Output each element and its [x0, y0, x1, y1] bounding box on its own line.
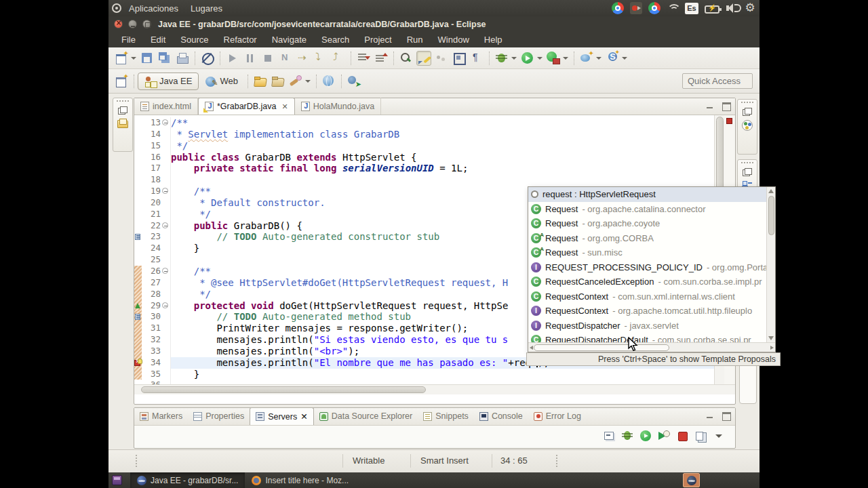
- quick-access-input[interactable]: [682, 73, 753, 89]
- new-service-button[interactable]: [605, 51, 620, 66]
- chrome-icon[interactable]: [612, 2, 624, 14]
- completion-item[interactable]: CRequest - org.apache.coyote: [528, 216, 766, 231]
- bottom-tab-markers[interactable]: Markers: [134, 407, 188, 425]
- taskbar-item[interactable]: Java EE - grabarDB/sr...: [130, 472, 245, 488]
- restore-view-icon[interactable]: [118, 106, 127, 115]
- popup-vertical-scrollbar[interactable]: [766, 187, 775, 342]
- window-minimize-button[interactable]: [128, 20, 137, 28]
- scroll-up-arrow-icon[interactable]: [768, 189, 774, 193]
- fold-collapse-icon[interactable]: [162, 222, 168, 228]
- taskbar-tray-app[interactable]: [683, 473, 700, 487]
- completion-item[interactable]: CRequest - sun.misc: [528, 245, 766, 260]
- overview-error-marker[interactable]: [726, 118, 732, 124]
- completion-item[interactable]: CRequest - org.omg.CORBA: [528, 231, 766, 246]
- chrome-icon[interactable]: [648, 2, 660, 14]
- completion-item[interactable]: CRequestCanceledException - com.sun.corb…: [528, 274, 766, 289]
- debug-server-button[interactable]: [621, 430, 634, 443]
- publish-server-button[interactable]: [694, 430, 707, 443]
- collapse-all-button[interactable]: [603, 430, 616, 443]
- new-server-button[interactable]: [579, 51, 594, 66]
- completion-item[interactable]: IREQUEST_PROCESSING_POLICY_ID - org.omg.…: [528, 260, 766, 275]
- code-line-13[interactable]: 13/**: [134, 117, 735, 129]
- code-text[interactable]: public class GrabarDB extends HttpServle…: [171, 152, 735, 163]
- battery-icon[interactable]: [705, 5, 719, 14]
- bottom-tab-snippets[interactable]: Snippets: [418, 407, 474, 425]
- code-text[interactable]: }: [171, 369, 735, 380]
- perspective-java-ee[interactable]: Java EE: [138, 73, 199, 90]
- menu-window[interactable]: Window: [431, 33, 477, 46]
- highlight-brush-button[interactable]: [288, 74, 303, 89]
- content-assist-list[interactable]: request : HttpServletRequestCRequest - o…: [528, 187, 775, 342]
- error-quickfix-icon[interactable]: [134, 360, 140, 366]
- popup-horizontal-scrollbar-thumb[interactable]: [534, 344, 669, 351]
- profile-server-button[interactable]: [658, 430, 671, 443]
- bottom-tab-error-log[interactable]: Error Log: [528, 407, 587, 425]
- menu-source[interactable]: Source: [173, 33, 216, 46]
- code-line-14[interactable]: 14 * Servlet implementation class Grabar…: [134, 129, 735, 140]
- debug-dropdown[interactable]: [511, 51, 517, 66]
- menu-file[interactable]: File: [114, 33, 143, 46]
- popup-horizontal-scrollbar[interactable]: [528, 342, 775, 352]
- highlight-brush-dropdown[interactable]: [304, 74, 311, 89]
- completion-item[interactable]: CRequest - org.apache.catalina.connector: [528, 202, 766, 217]
- ubuntu-menu-aplicaciones[interactable]: Aplicaciones: [124, 2, 183, 15]
- next-annotation-button[interactable]: [356, 51, 371, 66]
- code-line-35[interactable]: 35 }: [134, 369, 735, 380]
- fold-collapse-icon[interactable]: [162, 188, 168, 194]
- code-text[interactable]: */: [171, 140, 735, 152]
- new-service-dropdown[interactable]: [621, 51, 628, 66]
- web-browser-button[interactable]: [321, 74, 336, 89]
- menu-help[interactable]: Help: [477, 33, 510, 46]
- code-text[interactable]: * Servlet implementation class GrabarDB: [171, 129, 735, 140]
- menu-edit[interactable]: Edit: [143, 33, 173, 46]
- volume-icon[interactable]: [726, 2, 738, 14]
- scroll-left-arrow-icon[interactable]: [530, 346, 533, 350]
- print-button[interactable]: [175, 51, 190, 66]
- code-text[interactable]: private static final long serialVersionU…: [171, 163, 735, 174]
- code-text[interactable]: /**: [171, 117, 735, 129]
- show-whitespace-button[interactable]: [469, 51, 484, 66]
- minimize-panel-icon[interactable]: [705, 411, 715, 420]
- run-dropdown[interactable]: [536, 51, 543, 66]
- completion-item[interactable]: CRequestDispatcherDefault - com.sun.corb…: [528, 333, 766, 342]
- new-wizard-button[interactable]: [114, 51, 129, 66]
- completion-item[interactable]: request : HttpServletRequest: [528, 187, 766, 202]
- editor-tab--grabardb-java[interactable]: *GrabarDB.java✕: [198, 98, 295, 115]
- editor-tab-index-html[interactable]: index.html: [134, 98, 198, 115]
- editor-horizontal-scrollbar[interactable]: [134, 384, 735, 394]
- completion-item[interactable]: IRequestContext - org.apache.tomcat.util…: [528, 304, 766, 319]
- fold-collapse-icon[interactable]: [162, 119, 168, 125]
- menu-project[interactable]: Project: [357, 33, 399, 46]
- fold-collapse-icon[interactable]: [162, 268, 168, 274]
- maximize-editor-icon[interactable]: [722, 102, 731, 110]
- view-menu-button[interactable]: [713, 430, 726, 443]
- menu-run[interactable]: Run: [399, 33, 431, 46]
- skip-breakpoints-button[interactable]: [200, 51, 215, 66]
- bottom-tab-console[interactable]: Console: [474, 407, 528, 425]
- settings-gear-icon[interactable]: ⚙: [744, 2, 756, 14]
- block-selection-button[interactable]: [452, 51, 467, 66]
- previous-annotation-button[interactable]: [374, 51, 389, 66]
- editor-horizontal-scrollbar-thumb[interactable]: [141, 386, 426, 393]
- run-button[interactable]: [520, 51, 535, 66]
- code-line-16[interactable]: 16public class GrabarDB extends HttpServ…: [134, 152, 735, 163]
- save-button[interactable]: [140, 51, 155, 66]
- bottom-tab-data-source-explorer[interactable]: Data Source Explorer: [314, 407, 418, 425]
- code-line-18[interactable]: 18: [134, 174, 735, 186]
- launch-client-button[interactable]: [347, 74, 361, 89]
- new-server-dropdown[interactable]: [595, 51, 602, 66]
- scroll-right-arrow-icon[interactable]: [770, 346, 774, 350]
- palette-view-icon[interactable]: [742, 120, 753, 131]
- last-edit-location-button[interactable]: [399, 51, 414, 66]
- editor-tab-holamundo-java[interactable]: HolaMundo.java: [295, 98, 381, 115]
- import-folder-button[interactable]: [271, 74, 285, 89]
- new-wizard-dropdown[interactable]: [130, 51, 137, 66]
- minimize-editor-icon[interactable]: [705, 102, 715, 110]
- close-tab-icon[interactable]: ✕: [282, 102, 288, 111]
- fold-collapse-icon[interactable]: [162, 302, 168, 308]
- bottom-tab-properties[interactable]: Properties: [188, 407, 250, 425]
- completion-item[interactable]: IRequestDispatcher - javax.servlet: [528, 319, 766, 333]
- restore-view-icon[interactable]: [743, 168, 752, 176]
- coverage-dropdown[interactable]: [562, 51, 569, 66]
- save-all-button[interactable]: [157, 51, 172, 66]
